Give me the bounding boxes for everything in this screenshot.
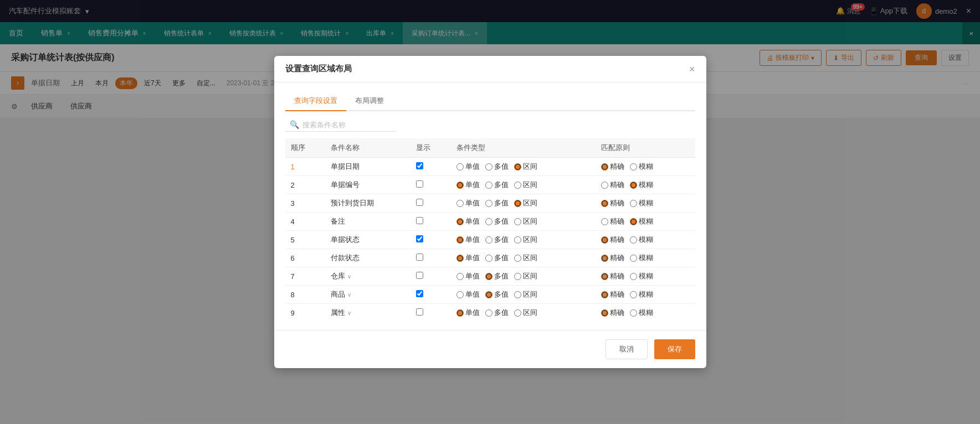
th-order: 顺序	[285, 138, 325, 158]
match-radio-item[interactable]: 精确	[601, 180, 624, 190]
row-display[interactable]	[411, 286, 450, 304]
row-match[interactable]: 精确模糊	[596, 249, 695, 267]
row-match[interactable]: 精确模糊	[596, 231, 695, 249]
cancel-button[interactable]: 取消	[606, 339, 648, 359]
row-display[interactable]	[411, 304, 450, 322]
match-radio-item[interactable]: 模糊	[630, 308, 653, 318]
condition-dropdown-icon[interactable]: ∨	[347, 310, 351, 316]
type-radio-item[interactable]: 单值	[456, 308, 480, 318]
type-radio-item[interactable]: 单值	[456, 198, 480, 208]
save-button[interactable]: 保存	[654, 339, 695, 359]
type-radio-item[interactable]: 多值	[485, 216, 509, 226]
type-radio-item[interactable]: 区间	[514, 198, 537, 208]
type-radio-item[interactable]: 区间	[514, 253, 537, 263]
match-radio-item[interactable]: 模糊	[630, 216, 653, 226]
match-radio-item[interactable]: 精确	[601, 235, 624, 245]
display-checkbox[interactable]	[416, 180, 423, 188]
type-radio-item[interactable]: 区间	[514, 271, 537, 281]
match-radio-item[interactable]: 精确	[601, 289, 624, 299]
display-checkbox[interactable]	[416, 217, 423, 224]
match-radio-item[interactable]: 模糊	[630, 180, 653, 190]
row-match[interactable]: 精确模糊	[596, 194, 695, 213]
match-radio-item[interactable]: 精确	[601, 308, 624, 318]
row-display[interactable]	[411, 231, 450, 249]
condition-dropdown-icon[interactable]: ∨	[347, 273, 351, 280]
row-order: 4	[285, 213, 325, 231]
match-radio-item[interactable]: 精确	[601, 271, 624, 281]
row-match[interactable]: 精确模糊	[596, 286, 695, 304]
row-type[interactable]: 单值多值区间	[451, 231, 596, 249]
type-radio-item[interactable]: 区间	[514, 235, 537, 245]
type-radio-item[interactable]: 区间	[514, 180, 537, 190]
display-checkbox[interactable]	[416, 254, 423, 261]
match-radio-item[interactable]: 模糊	[630, 198, 653, 208]
match-radio-item[interactable]: 精确	[601, 198, 624, 208]
match-radio-item[interactable]: 精确	[601, 253, 624, 263]
display-checkbox[interactable]	[416, 290, 423, 297]
type-radio-item[interactable]: 多值	[485, 235, 509, 245]
match-radio-item[interactable]: 模糊	[630, 271, 653, 281]
row-type[interactable]: 单值多值区间	[451, 158, 596, 176]
match-radio-item[interactable]: 模糊	[630, 289, 653, 299]
row-type[interactable]: 单值多值区间	[451, 249, 596, 267]
display-checkbox[interactable]	[416, 272, 423, 279]
type-radio-item[interactable]: 单值	[456, 271, 480, 281]
row-type[interactable]: 单值多值区间	[451, 304, 596, 322]
row-display[interactable]	[411, 158, 450, 176]
row-type[interactable]: 单值多值区间	[451, 194, 596, 213]
match-radio-item[interactable]: 精确	[601, 216, 624, 226]
tab-query-fields[interactable]: 查询字段设置	[285, 91, 346, 111]
condition-dropdown-icon[interactable]: ∨	[347, 292, 351, 298]
dialog-footer: 取消 保存	[274, 330, 706, 368]
display-checkbox[interactable]	[416, 235, 423, 242]
type-radio-item[interactable]: 多值	[485, 271, 509, 281]
type-radio-item[interactable]: 单值	[456, 216, 480, 226]
tab-layout[interactable]: 布局调整	[346, 91, 393, 111]
type-radio-item[interactable]: 单值	[456, 162, 480, 172]
row-type[interactable]: 单值多值区间	[451, 267, 596, 286]
type-radio-item[interactable]: 多值	[485, 253, 509, 263]
type-radio-item[interactable]: 多值	[485, 198, 509, 208]
row-match[interactable]: 精确模糊	[596, 213, 695, 231]
row-match[interactable]: 精确模糊	[596, 176, 695, 194]
row-condition-name: 付款状态	[325, 249, 411, 267]
row-display[interactable]	[411, 194, 450, 213]
dialog-close-button[interactable]: ×	[689, 64, 695, 74]
match-radio-item[interactable]: 模糊	[630, 162, 653, 172]
row-display[interactable]	[411, 176, 450, 194]
row-match[interactable]: 精确模糊	[596, 158, 695, 176]
row-display[interactable]	[411, 249, 450, 267]
type-radio-item[interactable]: 单值	[456, 180, 480, 190]
type-radio-item[interactable]: 区间	[514, 162, 537, 172]
type-radio-item[interactable]: 多值	[485, 162, 509, 172]
row-display[interactable]	[411, 267, 450, 286]
row-match[interactable]: 精确模糊	[596, 304, 695, 322]
type-radio-item[interactable]: 单值	[456, 253, 480, 263]
dialog-header: 设置查询区域布局 ×	[274, 56, 706, 82]
row-order: 7	[285, 267, 325, 286]
type-radio-item[interactable]: 多值	[485, 180, 509, 190]
display-checkbox[interactable]	[416, 162, 423, 169]
display-checkbox[interactable]	[416, 308, 423, 316]
type-radio-item[interactable]: 区间	[514, 289, 537, 299]
match-radio-item[interactable]: 模糊	[630, 235, 653, 245]
display-checkbox[interactable]	[416, 199, 423, 206]
settings-table-scroll[interactable]: 顺序 条件名称 显示 条件类型 匹配原则 1单据日期单值多值区间精确模糊2单据编…	[285, 138, 695, 321]
type-radio-item[interactable]: 单值	[456, 235, 480, 245]
type-radio-item[interactable]: 多值	[485, 289, 509, 299]
row-display[interactable]	[411, 213, 450, 231]
search-input[interactable]	[302, 121, 392, 129]
row-type[interactable]: 单值多值区间	[451, 213, 596, 231]
row-match[interactable]: 精确模糊	[596, 267, 695, 286]
type-radio-item[interactable]: 单值	[456, 289, 480, 299]
table-row: 2单据编号单值多值区间精确模糊	[285, 176, 695, 194]
settings-dialog: 设置查询区域布局 × 查询字段设置 布局调整 🔍 顺序	[274, 56, 706, 368]
row-type[interactable]: 单值多值区间	[451, 286, 596, 304]
match-radio-item[interactable]: 精确	[601, 162, 624, 172]
type-radio-item[interactable]: 区间	[514, 308, 537, 318]
type-radio-item[interactable]: 区间	[514, 216, 537, 226]
search-icon: 🔍	[290, 120, 299, 129]
match-radio-item[interactable]: 模糊	[630, 253, 653, 263]
row-type[interactable]: 单值多值区间	[451, 176, 596, 194]
type-radio-item[interactable]: 多值	[485, 308, 509, 318]
